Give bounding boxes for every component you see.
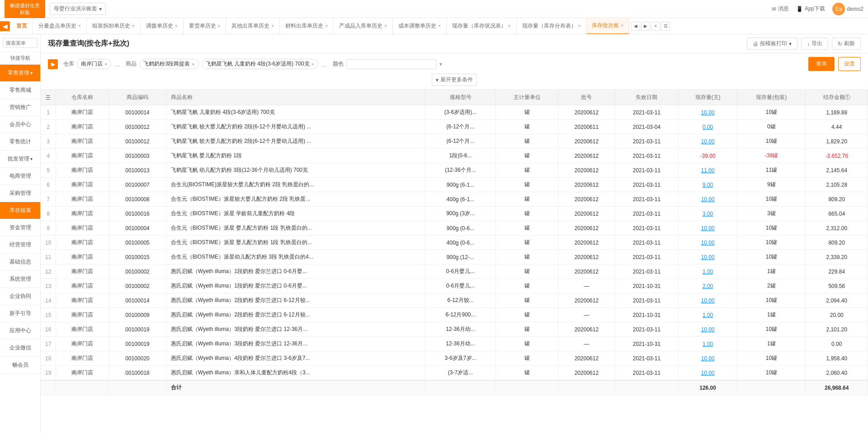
sidebar-item-operation[interactable]: 经营管理 [0,236,40,254]
sidebar-item-stats[interactable]: 零售统计 [0,133,40,151]
tab-7[interactable]: 产成品入库单历史 × [334,18,393,34]
cell-qty-main[interactable]: 2.00 [678,279,737,293]
cell-qty-main[interactable]: 10.00 [678,250,737,264]
tab-2[interactable]: 组装拆卸单历史 × [87,18,141,34]
cell-qty-main[interactable]: 3.00 [678,207,737,221]
warehouse-tag-close[interactable]: × [104,61,107,67]
cell-qty-main[interactable]: 1.00 [678,308,737,322]
sidebar-item-mall[interactable]: 零售商城 [0,82,40,99]
cell-qty-pack: 10罐 [737,236,806,250]
sidebar-item-basic[interactable]: 基础信息 [0,254,40,271]
nav-next-btn[interactable]: ▶ [641,22,650,31]
settings-btn[interactable]: 设置 [838,57,861,71]
expand-more-btn[interactable]: ▾ 展开更多条件 [432,74,477,86]
table-row: 14 南岸门店 00100014 惠氏启赋（Wyeth illuma）2段奶粉 … [41,293,868,308]
cell-qty-main[interactable]: 10.00 [678,366,737,381]
table-row: 1 南岸门店 00100014 飞鹤星飞帆 儿童奶粉 4段(3-6岁适用) 70… [41,105,868,120]
sidebar-item-member2[interactable]: 畅会员 [0,357,40,374]
sidebar-item-finance[interactable]: 资金管理 [0,219,40,236]
sidebar-item-retail[interactable]: 零售管理 ▾ [0,65,40,82]
sidebar-item-collab[interactable]: 企业协同 [0,288,40,305]
product-tag-2[interactable]: 飞鹤星飞帆 儿童奶粉 4段(3-6岁适用) 700克 × [202,59,318,69]
tab-4[interactable]: 要货单历史 × [184,18,226,34]
app-download-btn[interactable]: 📱 App下载 [796,5,825,13]
sidebar-item-apps[interactable]: 应用中心 [0,322,40,340]
cell-unit: 罐 [496,250,558,264]
close-icon[interactable]: × [508,24,511,28]
close-icon[interactable]: × [271,24,274,28]
tab-6[interactable]: 材料出库单历史 × [280,18,334,34]
cell-amount: 2,312.00 [806,221,868,236]
tab-10[interactable]: 现存量（库存分布表） × [517,18,587,34]
close-icon[interactable]: × [175,24,178,28]
cell-qty-main[interactable]: 11.00 [678,163,737,178]
tab-9[interactable]: 现存量（库存状况表） × [447,18,517,34]
cell-code: 00100005 [109,236,166,250]
product-tag-2-close[interactable]: × [311,61,314,67]
product-tag-1[interactable]: 飞鹤奶粉3段两提装 × [139,59,198,69]
tab-5[interactable]: 其他出库单历史 × [226,18,280,34]
cell-no: 13 [41,279,56,293]
sidebar-item-wholesale[interactable]: 批发管理 ▾ [0,151,40,168]
close-icon[interactable]: × [621,23,623,28]
tab-home[interactable]: 首页 [11,18,33,34]
cell-unit: 罐 [496,134,558,149]
product-more-btn[interactable]: … [321,61,327,68]
chevron-down-icon: ▾ [99,6,102,12]
cell-qty-main[interactable]: 10.00 [678,221,737,236]
cell-qty-main[interactable]: 0.00 [678,120,737,134]
nav-close-btn[interactable]: × [651,22,660,31]
color-input[interactable] [346,59,437,69]
cell-qty-main[interactable]: 10.00 [678,322,737,337]
refresh-btn[interactable]: ↻ 刷新 [832,38,861,50]
warehouse-more-btn[interactable]: … [114,61,120,68]
sidebar-item-ecom[interactable]: 电商管理 [0,168,40,185]
print-btn[interactable]: 🖨 按模板打印 ▾ [747,38,797,50]
query-btn[interactable]: 查询 [808,57,835,71]
close-icon[interactable]: × [384,24,387,28]
cell-qty-main[interactable]: 10.00 [678,134,737,149]
tab-8[interactable]: 成本调整单历史 × [393,18,447,34]
tab-11-active[interactable]: 库存批次账 × [586,18,629,34]
close-icon[interactable]: × [438,24,441,28]
cell-qty-main[interactable]: -39.00 [678,149,737,163]
cell-expire: 2021-03-11 [615,322,679,337]
nav-menu-btn[interactable]: ☰ [661,22,670,31]
search-input[interactable] [3,38,38,48]
message-btn[interactable]: ✉ 消息 [772,5,789,13]
filter-expand-toggle[interactable]: ▶ [48,59,58,69]
org-selector[interactable]: 母婴行业演示账套 ▾ [50,3,106,15]
cell-amount: 1,189.88 [806,105,868,120]
user-profile[interactable]: Ea demo2 [832,3,863,15]
sidebar-item-purchase[interactable]: 采购管理 [0,185,40,202]
close-icon[interactable]: × [578,24,581,28]
sidebar-item-system[interactable]: 系统管理 [0,271,40,288]
sidebar-item-member[interactable]: 会员中心 [0,116,40,133]
product-tag-1-close[interactable]: × [192,61,194,67]
cell-qty-main[interactable]: 10.00 [678,105,737,120]
export-btn[interactable]: ↓ 导出 [801,38,828,50]
cell-qty-main[interactable]: 9.00 [678,178,737,192]
cell-qty-main[interactable]: 1.00 [678,264,737,279]
cell-qty-main[interactable]: 10.00 [678,236,737,250]
cell-qty-main[interactable]: 1.00 [678,337,737,351]
close-icon[interactable]: × [218,24,221,28]
sidebar-toggle-btn[interactable]: ◀ [0,21,10,31]
close-icon[interactable]: × [132,24,135,28]
cell-qty-main[interactable]: 10.00 [678,293,737,308]
close-icon[interactable]: × [325,24,328,28]
filter-row: ▶ 仓库 南岸门店 × … 商品 飞鹤奶粉3段两提装 × [48,57,861,71]
sidebar-quick-nav[interactable]: 快捷导航 [0,52,40,65]
sidebar-item-marketing[interactable]: 营销推广 [0,99,40,116]
sidebar-item-inventory[interactable]: 库存核算 [0,202,40,219]
cell-qty-main[interactable]: 10.00 [678,351,737,366]
tab-1[interactable]: 分量盘点单历史 × [33,18,87,34]
close-icon[interactable]: × [78,24,81,28]
sidebar-item-wechat[interactable]: 企业微信 [0,340,40,357]
nav-prev-btn[interactable]: ◀ [631,22,640,31]
tab-3[interactable]: 调拨单历史 × [141,18,184,34]
sidebar-item-guide[interactable]: 新手引导 [0,305,40,322]
warehouse-tag[interactable]: 南岸门店 × [77,59,111,69]
cell-qty-main[interactable]: 10.00 [678,192,737,207]
table-row: 13 南岸门店 00100002 惠氏启赋（Wyeth illuma）1段奶粉 … [41,279,868,293]
